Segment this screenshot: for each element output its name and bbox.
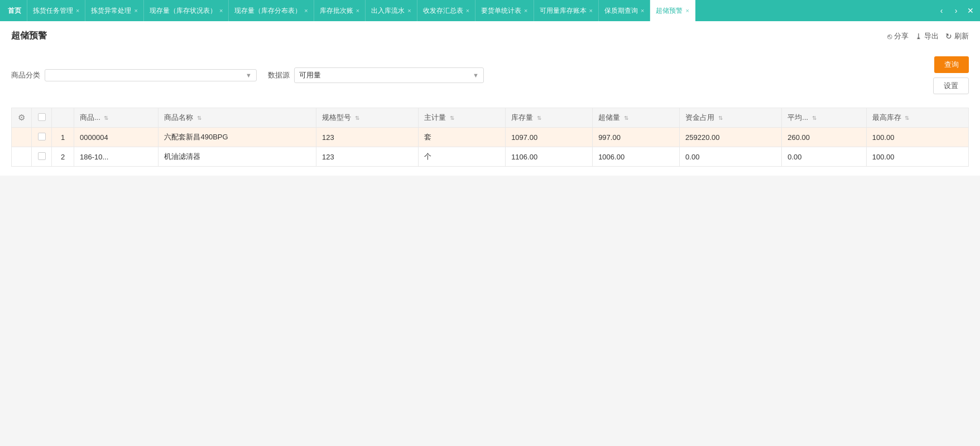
col-over-label: 超储量: [598, 113, 620, 122]
nav-tab-close-avail-stock[interactable]: ×: [589, 7, 593, 14]
cell-stock-0: 1097.00: [506, 128, 593, 147]
col-spec-label: 规格型号: [322, 113, 351, 122]
cell-num-1: 2: [52, 147, 74, 167]
nav-tab-close-batch[interactable]: ×: [356, 7, 359, 14]
query-button[interactable]: 查询: [934, 56, 969, 73]
cell-code-1: 186-10...: [74, 147, 158, 167]
col-capital-label: 资金占用: [685, 113, 714, 122]
col-stock-sort-icon: ⇅: [537, 115, 541, 121]
nav-tab-collect[interactable]: 收发存汇总表×: [417, 0, 475, 21]
refresh-icon: ↻: [945, 32, 952, 41]
nav-next-button[interactable]: ›: [949, 0, 963, 21]
page-content: 超储预警 ⎋ 分享 ⤓ 导出 ↻ 刷新 商品分类 ▼ 数据源: [0, 21, 980, 176]
page-title: 超储预警: [11, 30, 47, 42]
cell-capital-0: 259220.00: [680, 128, 782, 147]
cell-over-1: 1006.00: [593, 147, 680, 167]
export-icon: ⤓: [915, 32, 922, 41]
datasource-label: 数据源: [268, 70, 290, 80]
category-arrow-icon: ▼: [246, 72, 252, 79]
nav-tab-label-order-stat: 要货单统计表: [481, 6, 521, 16]
datasource-select[interactable]: 可用量 ▼: [294, 67, 484, 83]
refresh-button[interactable]: ↻ 刷新: [945, 31, 969, 41]
export-button[interactable]: ⤓ 导出: [915, 31, 939, 41]
settings-gear-icon[interactable]: ⚙: [18, 113, 25, 122]
datasource-value: 可用量: [299, 70, 321, 80]
select-all-checkbox[interactable]: [38, 113, 46, 121]
nav-tab-task[interactable]: 拣货任务管理×: [27, 0, 85, 21]
nav-tab-label-task: 拣货任务管理: [33, 6, 73, 16]
nav-tab-close-quality[interactable]: ×: [641, 7, 644, 14]
cell-unit-0: 套: [419, 128, 506, 147]
nav-prev-button[interactable]: ‹: [934, 0, 949, 21]
cell-code-0: 0000004: [74, 128, 158, 147]
nav-close-button[interactable]: ✕: [963, 0, 978, 21]
nav-tab-label-stock-dist: 现存量（库存分布表）: [234, 6, 301, 16]
nav-tab-close-collect[interactable]: ×: [466, 7, 469, 14]
datasource-arrow-icon: ▼: [473, 72, 479, 79]
row-checkbox-0[interactable]: [38, 133, 46, 140]
nav-tab-home[interactable]: 首页: [2, 0, 27, 21]
col-capital-header[interactable]: 资金占用 ⇅: [680, 108, 782, 128]
data-table: ⚙ 商品... ⇅ 商品名称 ⇅ 规格型号 ⇅: [11, 108, 969, 167]
col-capital-sort-icon: ⇅: [718, 115, 723, 121]
cell-num-0: 1: [52, 128, 74, 147]
settings-button[interactable]: 设置: [933, 77, 969, 94]
col-spec-sort-icon: ⇅: [355, 115, 359, 121]
nav-tab-order-stat[interactable]: 要货单统计表×: [475, 0, 534, 21]
col-avg-header[interactable]: 平均... ⇅: [782, 108, 866, 128]
filter-row: 商品分类 ▼ 数据源 可用量 ▼ 查询 设置: [11, 51, 969, 100]
col-name-header[interactable]: 商品名称 ⇅: [158, 108, 316, 128]
col-max-header[interactable]: 最高库存 ⇅: [866, 108, 968, 128]
nav-tab-batch[interactable]: 库存批次账×: [314, 0, 366, 21]
nav-tab-label-collect: 收发存汇总表: [423, 6, 463, 16]
nav-tab-label-exception: 拣货异常处理: [91, 6, 131, 16]
nav-tab-close-order-stat[interactable]: ×: [524, 7, 527, 14]
nav-tab-close-task[interactable]: ×: [76, 7, 79, 14]
cell-unit-1: 个: [419, 147, 506, 167]
col-max-sort-icon: ⇅: [905, 115, 909, 121]
nav-tab-label-stock-status: 现存量（库存状况表）: [150, 6, 217, 16]
category-select[interactable]: ▼: [45, 69, 257, 81]
nav-tab-quality[interactable]: 保质期查询×: [599, 0, 650, 21]
col-spec-header[interactable]: 规格型号 ⇅: [316, 108, 419, 128]
cell-gear-0: [12, 128, 32, 147]
nav-tab-close-overstock[interactable]: ×: [685, 7, 689, 14]
nav-tab-avail-stock[interactable]: 可用量库存账本×: [534, 0, 599, 21]
nav-tab-label-quality: 保质期查询: [604, 6, 638, 16]
nav-tab-overstock[interactable]: 超储预警×: [650, 0, 695, 21]
nav-tab-exception[interactable]: 拣货异常处理×: [85, 0, 143, 21]
col-check-header: [32, 108, 52, 128]
col-gear-header: ⚙: [12, 108, 32, 128]
cell-over-0: 997.00: [593, 128, 680, 147]
nav-tab-close-exception[interactable]: ×: [134, 7, 137, 14]
row-checkbox-1[interactable]: [38, 152, 46, 160]
cell-name-1: 机油滤清器: [158, 147, 316, 167]
table-row: 10000004六配套新昌490BPG123套1097.00997.002592…: [12, 128, 969, 147]
col-code-header[interactable]: 商品... ⇅: [74, 108, 158, 128]
col-unit-header[interactable]: 主计量 ⇅: [419, 108, 506, 128]
col-unit-sort-icon: ⇅: [450, 115, 454, 121]
nav-tab-close-inout[interactable]: ×: [407, 7, 411, 14]
nav-tab-stock-status[interactable]: 现存量（库存状况表）×: [144, 0, 229, 21]
share-button[interactable]: ⎋ 分享: [887, 31, 909, 41]
col-avg-label: 平均...: [787, 113, 808, 122]
nav-tab-label-home: 首页: [8, 6, 21, 16]
col-stock-header[interactable]: 库存量 ⇅: [506, 108, 593, 128]
col-max-label: 最高库存: [872, 113, 901, 122]
col-name-sort-icon: ⇅: [197, 115, 201, 121]
col-over-header[interactable]: 超储量 ⇅: [593, 108, 680, 128]
datasource-filter: 数据源 可用量 ▼: [268, 67, 484, 83]
nav-tab-inout[interactable]: 出入库流水×: [366, 0, 417, 21]
nav-tab-close-stock-status[interactable]: ×: [219, 7, 223, 14]
nav-tab-close-stock-dist[interactable]: ×: [304, 7, 308, 14]
col-avg-sort-icon: ⇅: [812, 115, 816, 121]
cell-gear-1: [12, 147, 32, 167]
col-over-sort-icon: ⇅: [624, 115, 628, 121]
nav-arrows: ‹ › ✕: [934, 0, 978, 21]
col-stock-label: 库存量: [511, 113, 533, 122]
nav-tab-stock-dist[interactable]: 现存量（库存分布表）×: [229, 0, 314, 21]
table-row: 2186-10...机油滤清器123个1106.001006.000.000.0…: [12, 147, 969, 167]
col-code-label: 商品...: [80, 113, 100, 122]
cell-capital-1: 0.00: [680, 147, 782, 167]
nav-tab-label-inout: 出入库流水: [371, 6, 405, 16]
